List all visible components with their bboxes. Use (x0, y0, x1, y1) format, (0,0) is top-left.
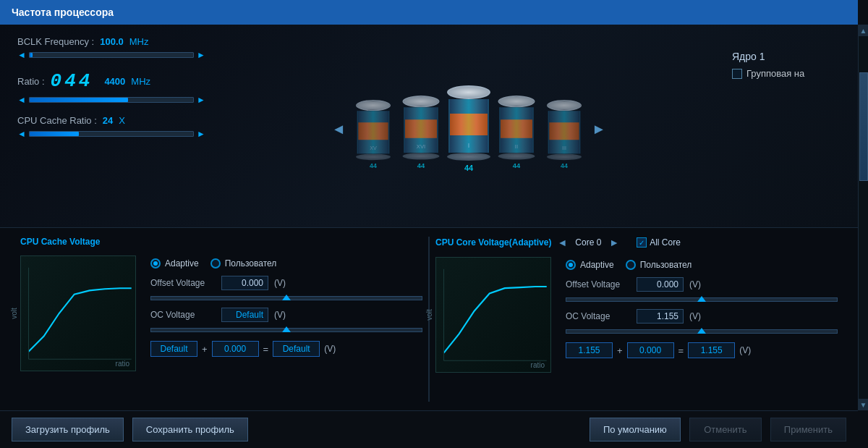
core-oc-track[interactable] (566, 329, 838, 334)
cache-user-option[interactable]: Пользовател (210, 258, 277, 269)
core-mode-row: Adaptive Пользовател (566, 260, 838, 270)
cyl-top-4 (547, 100, 582, 111)
scroll-track[interactable] (859, 36, 869, 399)
core-formula-right: 1.155 (688, 342, 735, 358)
core-adaptive-radio[interactable] (566, 260, 576, 270)
scroll-down-arrow[interactable]: ▼ (859, 399, 869, 410)
cache-panel-inner: volt ratio (20, 255, 422, 371)
core-formula-unit: (V) (739, 345, 754, 355)
cache-offset-slider (150, 296, 422, 300)
cache-offset-track[interactable] (150, 296, 422, 300)
cyl-bottom-1 (403, 153, 440, 159)
cache-adaptive-radio[interactable] (150, 258, 161, 269)
cyl-top-3 (498, 96, 535, 107)
load-profile-button[interactable]: Загрузить профиль (12, 418, 124, 441)
core-chart-area: ratio (435, 257, 551, 373)
cache-oc-input[interactable] (221, 308, 268, 322)
core-checkbox[interactable] (732, 69, 742, 79)
cache-oc-slider (150, 328, 422, 332)
core-adaptive-option[interactable]: Adaptive (566, 260, 614, 270)
title-bar: Частота процессора (0, 0, 858, 25)
ratio-slider-left[interactable]: ◄ (17, 95, 26, 105)
core-offset-track[interactable] (566, 297, 838, 302)
core-offset-input[interactable] (637, 277, 684, 292)
core-user-radio[interactable] (626, 260, 636, 270)
cyl-label-2: I (450, 142, 488, 149)
core-user-label: Пользовател (640, 260, 692, 270)
ratio-label: Ratio : (17, 76, 45, 87)
ratio-slider-row: ◄ ► (17, 95, 205, 105)
cancel-button[interactable]: Отменить (689, 418, 762, 441)
cyl-number-3: 44 (513, 162, 520, 169)
bclk-label: BCLK Frequency : (17, 36, 94, 47)
core-oc-input[interactable] (637, 309, 684, 324)
cyl-number-1: 44 (417, 162, 425, 169)
cyl-label-1: XVI (405, 143, 437, 150)
all-core-checkbox[interactable]: ✓ (637, 237, 647, 248)
top-section: BCLK Frequency : 100.0 MHz ◄ ► (0, 25, 858, 227)
left-controls: BCLK Frequency : 100.0 MHz ◄ ► (17, 36, 205, 221)
cyl-body-4: III (548, 111, 581, 153)
cyl-number-4: 44 (561, 162, 568, 169)
cache-user-radio[interactable] (210, 258, 221, 269)
scroll-up-arrow[interactable]: ▲ (859, 25, 869, 36)
cache-ratio-slider-fill (30, 132, 79, 136)
bclk-slider-row: ◄ ► (17, 50, 205, 60)
core-chart-xlabel: ratio (531, 361, 545, 369)
ratio-slider-right[interactable]: ► (197, 95, 205, 105)
core-formula-mid: 0.000 (627, 342, 674, 358)
cpu-cache-voltage-panel: CPU Cache Voltage volt rat (14, 237, 429, 402)
cyl-band-1 (405, 119, 437, 138)
cyl-top-1 (403, 96, 440, 107)
core-panel-inner: volt ratio (435, 257, 838, 373)
cyl-top-0 (356, 100, 391, 111)
cache-ratio-slider-right[interactable]: ► (197, 129, 205, 139)
core-nav-left-arrow[interactable]: ◄ (557, 237, 567, 248)
scrollbar: ▲ ▼ (858, 25, 868, 410)
ratio-display: 044 (51, 70, 93, 92)
cylinder-4: III 44 (547, 100, 582, 169)
all-core-check[interactable]: ✓ All Core (637, 237, 681, 248)
core-nav-right-arrow[interactable]: ► (609, 237, 619, 248)
cache-oc-track[interactable] (150, 328, 422, 332)
cpu-nav-left[interactable]: ◄ (326, 121, 352, 138)
cyl-top-2 (447, 85, 490, 99)
cache-ratio-label: CPU Cache Ratio : (17, 115, 97, 126)
bclk-value: 100.0 (100, 36, 124, 47)
right-core-section: Ядро 1 Групповая на (732, 36, 841, 221)
cache-adaptive-option[interactable]: Adaptive (150, 258, 199, 269)
ratio-slider-fill (30, 98, 128, 102)
cyl-label-0: XV (358, 145, 388, 151)
bclk-unit: MHz (129, 36, 149, 47)
cyl-body-3: II (499, 107, 534, 153)
cache-offset-input[interactable] (221, 276, 268, 290)
footer-right: По умолчанию Отменить Применить (590, 418, 846, 441)
apply-button[interactable]: Применить (770, 418, 846, 441)
cyl-number-2: 44 (464, 164, 473, 172)
cyl-body-0: XV (357, 111, 390, 153)
core-formula-plus: + (617, 345, 623, 356)
core-user-option[interactable]: Пользовател (626, 260, 692, 270)
core-oc-row: OC Voltage (V) (566, 309, 838, 324)
cpu-nav-right[interactable]: ► (586, 121, 612, 138)
cache-ratio-slider-track[interactable] (29, 131, 194, 137)
core-chart-ylabel: volt (425, 309, 433, 321)
cache-oc-label: OC Voltage (150, 310, 216, 320)
cache-ratio-slider-left[interactable]: ◄ (17, 129, 26, 139)
ratio-label-row: Ratio : 044 4400 MHz (17, 70, 205, 92)
bclk-slider-track[interactable] (29, 52, 194, 58)
cache-formula-plus: + (202, 344, 208, 355)
core-voltage-title: CPU Core Voltage(Adaptive) (435, 237, 551, 248)
cylinder-1: XVI 44 (403, 96, 440, 169)
cache-formula-row: Default + 0.000 = Default (V) (150, 341, 422, 357)
cyl-label-4: III (549, 145, 579, 151)
scroll-thumb[interactable] (859, 72, 868, 181)
core-nav: ◄ Core 0 ► (557, 237, 619, 248)
all-core-label: All Core (650, 237, 681, 248)
save-profile-button[interactable]: Сохранить профиль (132, 418, 248, 441)
bclk-slider-right[interactable]: ► (197, 50, 205, 60)
default-button[interactable]: По умолчанию (590, 418, 681, 441)
ratio-slider-track[interactable] (29, 97, 194, 103)
cyl-band-2 (450, 114, 488, 135)
bclk-slider-left[interactable]: ◄ (17, 50, 26, 60)
